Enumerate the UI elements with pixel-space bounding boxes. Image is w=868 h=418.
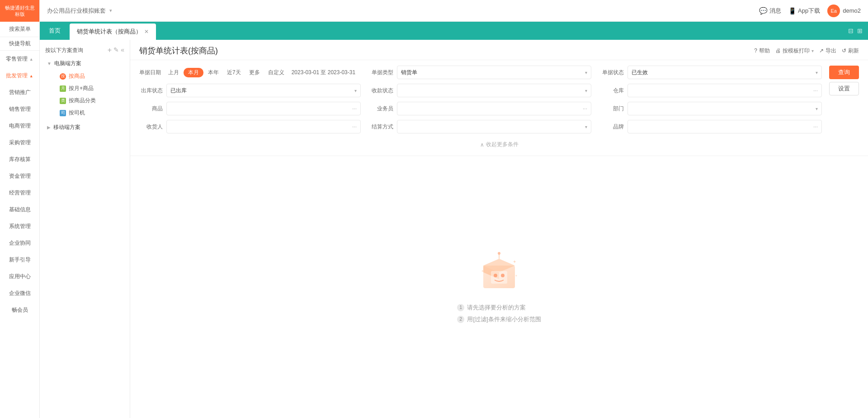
brand-select[interactable]: ··· xyxy=(627,120,822,133)
doc-type-select[interactable]: 销货单 ▾ xyxy=(397,66,591,79)
collection-status-select[interactable]: ▾ xyxy=(397,84,591,97)
sidebar-item-inventory[interactable]: 库存核算 xyxy=(0,151,39,168)
avatar: Ea xyxy=(827,5,840,17)
logo-text: 畅捷通好生意 xyxy=(5,5,35,11)
warehouse-select[interactable]: ··· xyxy=(627,84,822,97)
app-download-btn[interactable]: 📱 App下载 xyxy=(788,7,820,15)
dept-select[interactable]: ▾ xyxy=(627,102,822,115)
date-tab-more[interactable]: 更多 xyxy=(245,68,264,77)
scheme-panel-header: 按以下方案查询 + ✎ « xyxy=(40,43,130,57)
svg-point-7 xyxy=(498,252,500,255)
scheme-by-cashier-label: 按司机 xyxy=(69,109,85,117)
tab-bar-right: ⊟ ⊞ xyxy=(843,22,868,40)
sidebar-item-marketing[interactable]: 营销推广 xyxy=(0,84,39,101)
out-status-caret: ▾ xyxy=(354,88,357,93)
sidebar-item-member[interactable]: 畅会员 xyxy=(0,302,39,318)
empty-tip-1: 1 请先选择要分析的方案 xyxy=(457,304,541,312)
date-tab-this-year[interactable]: 本年 xyxy=(204,68,222,77)
doc-status-select[interactable]: 已生效 ▾ xyxy=(627,66,822,79)
sidebar-item-label: 企业微信 xyxy=(9,290,31,296)
sidebar-item-basic[interactable]: 基础信息 xyxy=(0,201,39,218)
sidebar-item-ecommerce[interactable]: 电商管理 xyxy=(0,118,39,134)
scheme-pc-children: 按 按商品 月 按月+商品 类 按商品分类 司 按司机 xyxy=(40,70,130,119)
message-btn[interactable]: 💬 消息 xyxy=(759,7,781,15)
sidebar-item-purchase[interactable]: 采购管理 xyxy=(0,134,39,151)
sidebar-item-enterprise[interactable]: 企业协同 xyxy=(0,235,39,252)
empty-tip-2: 2 用[过滤]条件来缩小分析范围 xyxy=(457,315,541,323)
payment-method-select[interactable]: ▾ xyxy=(397,120,591,133)
settings-button[interactable]: 设置 xyxy=(829,82,859,95)
collapse-btn[interactable]: ∧ 收起更多条件 xyxy=(480,141,519,148)
scheme-by-month-product[interactable]: 月 按月+商品 xyxy=(51,82,130,95)
print-btn[interactable]: 🖨 按模板打印 ▾ xyxy=(775,47,814,55)
out-status-select[interactable]: 已出库 ▾ xyxy=(166,84,361,97)
sales-rep-select[interactable]: ··· xyxy=(397,102,591,115)
date-tab-last-month[interactable]: 上月 xyxy=(165,68,183,77)
tip-text-1: 请先选择要分析的方案 xyxy=(467,304,526,312)
message-icon: 💬 xyxy=(759,7,768,15)
search-menu[interactable]: 搜索菜单 xyxy=(0,22,39,37)
warehouse-label: 仓库 xyxy=(600,87,627,95)
sidebar-item-label: 采购管理 xyxy=(9,139,31,146)
sidebar-item-apps[interactable]: 应用中心 xyxy=(0,268,39,285)
sidebar-item-system[interactable]: 系统管理 xyxy=(0,218,39,235)
export-btn[interactable]: ↗ 导出 xyxy=(819,47,836,55)
sidebar-item-sales[interactable]: 销售管理 xyxy=(0,101,39,118)
tab-minimize-icon[interactable]: ⊟ xyxy=(848,27,854,34)
scheme-by-cashier[interactable]: 司 按司机 xyxy=(51,107,130,119)
scheme-by-product-icon: 按 xyxy=(60,73,66,80)
sidebar-item-label: 企业协同 xyxy=(9,240,31,246)
quick-nav[interactable]: 快捷导航 xyxy=(0,37,39,51)
sidebar-item-retail[interactable]: 零售管理 ▲ xyxy=(0,51,39,67)
app-logo: 畅捷通好生意 标版 xyxy=(0,0,39,22)
product-dots[interactable]: ··· xyxy=(352,105,357,112)
sales-rep-label: 业务员 xyxy=(370,105,397,113)
product-select[interactable]: ··· xyxy=(166,102,361,115)
filter-actions: 查询 设置 xyxy=(822,66,859,95)
tab-close-icon[interactable]: ✕ xyxy=(144,28,149,35)
edit-scheme-icon[interactable]: ✎ xyxy=(113,46,119,54)
add-scheme-icon[interactable]: + xyxy=(108,46,112,54)
scheme-by-category[interactable]: 类 按商品分类 xyxy=(51,95,130,107)
collection-status-label: 收款状态 xyxy=(370,87,397,95)
sales-rep-dots[interactable]: ··· xyxy=(583,105,587,112)
sidebar-item-operations[interactable]: 经营管理 xyxy=(0,185,39,201)
help-btn[interactable]: ? 帮助 xyxy=(754,47,770,55)
tab-expand-icon[interactable]: ⊞ xyxy=(857,27,863,34)
sidebar-item-wechat[interactable]: 企业微信 xyxy=(0,285,39,302)
sidebar-item-label: 营销推广 xyxy=(9,89,31,95)
tab-sales-stat-label: 销货单统计表（按商品） xyxy=(77,28,142,36)
app-download-icon: 📱 xyxy=(788,7,796,14)
sidebar-item-guide[interactable]: 新手引导 xyxy=(0,252,39,268)
tab-home[interactable]: 首页 xyxy=(40,22,70,40)
payment-method-field: 结算方式 ▾ xyxy=(370,120,591,133)
tab-bar: 首页 销货单统计表（按商品） ✕ ⊟ ⊞ xyxy=(40,22,868,40)
tip-num-2: 2 xyxy=(457,316,464,323)
collection-status-field: 收款状态 ▾ xyxy=(370,84,591,97)
date-tab-this-month[interactable]: 本月 xyxy=(184,68,203,77)
refresh-btn[interactable]: ↺ 刷新 xyxy=(842,47,859,55)
breadcrumb-arrow: ▾ xyxy=(109,8,112,14)
scheme-pc[interactable]: ▼ 电脑端方案 xyxy=(40,57,130,70)
receiver-select[interactable]: ··· xyxy=(166,120,361,133)
tip-num-1: 1 xyxy=(457,304,464,311)
collapse-scheme-icon[interactable]: « xyxy=(121,46,124,54)
doc-type-label: 单据类型 xyxy=(370,69,397,76)
receiver-dots[interactable]: ··· xyxy=(352,124,357,130)
doc-status-label: 单据状态 xyxy=(600,69,627,76)
sidebar-item-finance[interactable]: 资金管理 xyxy=(0,168,39,185)
tab-sales-stat[interactable]: 销货单统计表（按商品） ✕ xyxy=(70,24,156,40)
sidebar-item-label: 畅会员 xyxy=(12,307,28,313)
date-tab-last7[interactable]: 近7天 xyxy=(223,68,245,77)
scheme-pc-arrow: ▼ xyxy=(47,61,52,66)
sidebar-item-wholesale[interactable]: 批发管理 ▲ xyxy=(0,67,39,84)
date-tab-custom[interactable]: 自定义 xyxy=(264,68,288,77)
scheme-mobile[interactable]: ▶ 移动端方案 xyxy=(40,121,130,134)
print-label: 按模板打印 xyxy=(783,47,810,55)
brand-field: 品牌 ··· xyxy=(600,120,822,133)
brand-dots[interactable]: ··· xyxy=(813,124,818,130)
scheme-by-product[interactable]: 按 按商品 xyxy=(51,70,130,82)
warehouse-dots[interactable]: ··· xyxy=(813,87,818,94)
query-button[interactable]: 查询 xyxy=(829,66,859,79)
user-profile[interactable]: Ea demo2 xyxy=(827,5,861,17)
